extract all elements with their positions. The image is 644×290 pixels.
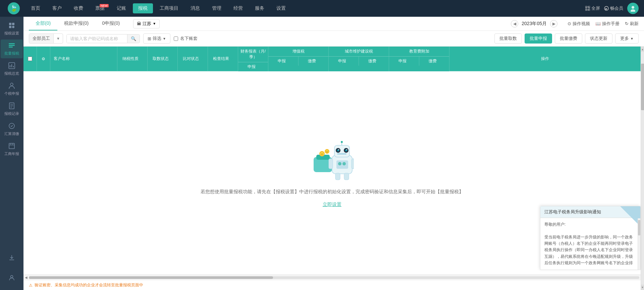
- status-update-button[interactable]: 状态更新: [585, 33, 612, 44]
- svg-text:▶: ▶: [605, 7, 608, 10]
- filter-icon[interactable]: ▽: [71, 57, 74, 61]
- tab-all[interactable]: 全部(0): [29, 17, 57, 30]
- filter-icon-check[interactable]: ▽: [230, 57, 233, 61]
- date-next-button[interactable]: ▶: [550, 20, 557, 27]
- th-city-group: 城市维护建设税 申报 ▽ 缴费 ▽: [329, 47, 389, 71]
- notification-panel: 江苏电子税务局升级影响通知 × 尊敬的用户: 受当前电子税务局进一步升级的影响，…: [540, 206, 641, 270]
- account-checkbox[interactable]: [174, 37, 178, 41]
- horizontal-scrollbar[interactable]: ◀: [23, 275, 641, 280]
- th-operation: 操作: [449, 47, 641, 71]
- scroll-thumb-vertical: [641, 64, 644, 110]
- scroll-down-button[interactable]: ▼: [641, 285, 644, 290]
- svg-rect-9: [12, 23, 14, 25]
- user-avatar[interactable]: [627, 3, 639, 14]
- nav-service[interactable]: 服务: [250, 3, 270, 13]
- main-layout: 报税设置 批量报税 报税总览: [0, 17, 644, 290]
- app-logo[interactable]: 🍃: [5, 0, 22, 17]
- search-input[interactable]: [67, 34, 127, 43]
- filter-icon-compare[interactable]: ▽: [200, 57, 203, 61]
- sidebar-label-tax-summary: 报税总览: [4, 71, 19, 76]
- robot-illustration: ¥ ¥: [310, 139, 354, 182]
- new-badge: NEW: [100, 4, 109, 7]
- sidebar-item-personal-tax[interactable]: 个税申报: [1, 80, 23, 98]
- settings-icon[interactable]: ⚙: [42, 57, 45, 61]
- region-selector[interactable]: 🏛 江苏 ▼: [133, 19, 160, 28]
- tab-zero[interactable]: 0申报(0): [95, 17, 126, 30]
- notif-scrollbar[interactable]: [638, 218, 640, 270]
- date-navigation: ◀ 2023年05月 ▶: [511, 20, 557, 27]
- filter-icon-edu-dec[interactable]: ▽: [407, 59, 410, 63]
- sidebar-download[interactable]: [1, 248, 23, 267]
- sidebar-label-personal-tax: 个税申报: [4, 91, 19, 96]
- nav-business[interactable]: 工商项目: [154, 3, 184, 13]
- filter-icon-vat-dec[interactable]: ▽: [286, 59, 289, 63]
- scroll-left-arrow[interactable]: ◀: [25, 276, 28, 279]
- filter-icon-fetch[interactable]: ▽: [170, 57, 173, 61]
- chevron-down-icon: ▼: [153, 22, 156, 25]
- action-refresh[interactable]: ↻ 刷新: [625, 21, 639, 27]
- refresh-icon: ↻: [625, 21, 629, 26]
- sidebar-item-tax-records[interactable]: 报税记录: [1, 100, 23, 119]
- nav-items: 首页 客户 收费 票据 NEW 记账 报税 工商项目 消息 管理 经营 服务 设…: [25, 3, 585, 13]
- nav-message[interactable]: 消息: [185, 3, 205, 13]
- batch-declare-button[interactable]: 批量申报: [525, 33, 552, 44]
- nav-settings[interactable]: 设置: [271, 3, 291, 13]
- action-video[interactable]: ⊙ 操作视频: [568, 21, 590, 27]
- scroll-track-vertical: [641, 52, 644, 285]
- nav-home[interactable]: 首页: [25, 3, 46, 13]
- more-button[interactable]: 更多 ▼: [615, 33, 639, 44]
- employee-label: 全部员工: [29, 34, 54, 43]
- date-prev-button[interactable]: ◀: [511, 20, 518, 27]
- batch-fetch-button[interactable]: 批量取数: [494, 33, 522, 44]
- filter-icon-city-pay[interactable]: ▽: [377, 59, 380, 63]
- svg-point-19: [10, 83, 13, 86]
- personal-tax-icon: [8, 82, 15, 90]
- filter-icon-fin[interactable]: ▽: [256, 65, 259, 69]
- sidebar-user[interactable]: [1, 269, 23, 287]
- notif-scroll-thumb: [638, 220, 640, 235]
- th-tax-type: 纳税性质 ▽: [117, 47, 148, 71]
- tab-declaration[interactable]: 税款申报(0): [57, 17, 95, 30]
- notification-title: 江苏电子税务局升级影响通知: [544, 209, 601, 215]
- svg-rect-8: [9, 23, 11, 25]
- sidebar-item-settlement[interactable]: 汇算清缴: [1, 120, 23, 139]
- member-button[interactable]: ▶ 畅会员: [604, 5, 623, 11]
- filter-icon-city-dec[interactable]: ▽: [347, 59, 350, 63]
- batch-tax-icon: [8, 42, 15, 50]
- batch-pay-button[interactable]: 批量缴费: [555, 33, 582, 44]
- svg-rect-1: [588, 6, 590, 8]
- filter-icon-tax[interactable]: ▽: [140, 57, 143, 61]
- sidebar-item-batch-tax[interactable]: 批量报税: [1, 40, 23, 58]
- search-button[interactable]: 🔍: [127, 34, 140, 43]
- setup-link[interactable]: 立即设置: [323, 202, 341, 208]
- nav-operation[interactable]: 经营: [228, 3, 248, 13]
- sidebar-item-tax-summary[interactable]: 报税总览: [1, 60, 23, 78]
- scroll-up-button[interactable]: ▲: [641, 47, 644, 52]
- top-navigation: 🍃 首页 客户 收费 票据 NEW 记账 报税 工商项目 消息 管理 经营 服务…: [0, 0, 644, 17]
- toolbar-right: 批量取数 批量申报 批量缴费 状态更新 更多 ▼: [494, 33, 639, 44]
- sidebar-item-tax-settings[interactable]: 报税设置: [1, 19, 23, 38]
- search-box: 🔍: [66, 34, 140, 43]
- svg-text:¥: ¥: [321, 153, 323, 156]
- sidebar-label-annual-report: 工商年报: [4, 152, 19, 156]
- filter-icon-vat-pay[interactable]: ▽: [317, 59, 319, 63]
- nav-accounting[interactable]: 记账: [111, 3, 131, 13]
- top-right-actions: 全屏 ▶ 畅会员: [585, 3, 639, 14]
- nav-manage[interactable]: 管理: [207, 3, 227, 13]
- filter-icon-edu-pay[interactable]: ▽: [437, 59, 440, 63]
- nav-customer[interactable]: 客户: [47, 3, 67, 13]
- fullscreen-button[interactable]: 全屏: [585, 5, 600, 11]
- filter-button[interactable]: ⊞ 筛选 ▼: [143, 33, 170, 44]
- svg-rect-12: [9, 43, 15, 44]
- svg-point-51: [341, 141, 343, 143]
- account-checkbox-label[interactable]: 名下账套: [174, 35, 198, 42]
- action-manual[interactable]: 📖 操作手册: [595, 21, 620, 27]
- nav-fee[interactable]: 收费: [68, 3, 89, 13]
- vertical-scrollbar[interactable]: ▲ ▼: [641, 47, 644, 290]
- chevron-down-icon: ▼: [54, 35, 63, 42]
- sidebar-item-annual-report[interactable]: 工商年报: [1, 140, 23, 159]
- select-all-checkbox[interactable]: [28, 57, 32, 61]
- employee-selector[interactable]: 全部员工 ▼: [29, 33, 63, 44]
- nav-tax[interactable]: 报税: [133, 3, 153, 13]
- nav-invoice[interactable]: 票据 NEW: [90, 3, 110, 13]
